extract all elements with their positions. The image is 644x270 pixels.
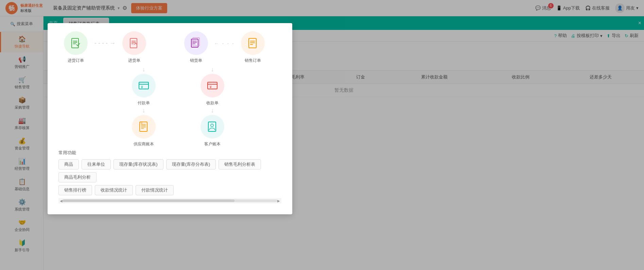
sales-bill-icon [190, 37, 202, 49]
sales-bill-label: 销货单 [190, 58, 202, 64]
receipt-circle: ¥ [201, 74, 224, 97]
flow-node-payment[interactable]: ¥ 付款单 [132, 74, 156, 106]
btn-stock-dist[interactable]: 现存量(库存分布表) [166, 159, 216, 169]
btn-payment-stats[interactable]: 付款情况统计 [136, 185, 174, 195]
purchase-order-circle [64, 31, 88, 55]
flow-top-row: 进货订单 - - - - → 进货单 [58, 31, 281, 64]
supplier-account-circle: ≡ [132, 115, 156, 139]
flow-node-receipt[interactable]: ¥ 收款单 [201, 74, 224, 106]
modal-scrollbar[interactable]: ◀ ▶ [58, 198, 281, 203]
flow-node-customer-account[interactable]: 客户账本 [201, 115, 224, 147]
receipt-label: 收款单 [206, 100, 219, 106]
btn-sales-margin[interactable]: 销售毛利分析表 [219, 159, 261, 169]
supplier-account-label: 供应商账本 [134, 141, 154, 147]
sales-order-circle [241, 31, 265, 55]
customer-account-circle [201, 115, 224, 139]
common-functions-title: 常用功能 [58, 150, 281, 156]
supplier-account-icon: ≡ [138, 121, 150, 133]
purchase-order-icon [70, 37, 82, 49]
svg-text:¥: ¥ [141, 85, 143, 89]
flow-modal: 进货订单 - - - - → 进货单 [48, 23, 292, 214]
purchase-order-label: 进货订单 [68, 58, 84, 64]
svg-rect-17 [139, 82, 149, 89]
flow-node-purchase-order[interactable]: 进货订单 [64, 31, 88, 64]
flow-node-sales-bill[interactable]: 销货单 [184, 31, 208, 64]
flow-node-sales-order[interactable]: 销售订单 [241, 31, 265, 64]
arrow-h2: ← - - - [214, 41, 235, 54]
common-functions-section: 常用功能 商品 往来单位 现存量(库存状况表) 现存量(库存分布表) 销售毛利分… [58, 150, 281, 195]
svg-point-30 [211, 124, 213, 127]
flow-node-purchase-bill[interactable]: 进货单 [122, 31, 146, 64]
svg-text:¥: ¥ [209, 85, 212, 89]
flow-pair-receipt: ↓ ¥ 收款单 ↓ [195, 65, 230, 147]
purchase-bill-icon [128, 37, 140, 49]
flow-middle-section: ↓ ¥ 付款单 ↓ [58, 65, 281, 147]
flow-pair-spacer [161, 65, 195, 147]
arrow-v2: ↓ [211, 65, 214, 74]
flow-pair-payment: ↓ ¥ 付款单 ↓ [126, 65, 161, 147]
flow-node-supplier-account[interactable]: ≡ 供应商账本 [132, 115, 156, 147]
sales-order-icon [247, 37, 259, 49]
sales-bill-circle [184, 31, 208, 55]
btn-product[interactable]: 商品 [58, 159, 79, 169]
svg-rect-26 [208, 82, 217, 89]
purchase-bill-circle [122, 31, 146, 55]
arrow-v4: ↓ [211, 106, 214, 115]
common-buttons-row2: 销售排行榜 收款情况统计 付款情况统计 [58, 185, 281, 195]
customer-account-label: 客户账本 [204, 141, 221, 147]
sales-order-label: 销售订单 [245, 58, 261, 64]
payment-circle: ¥ [132, 74, 156, 97]
arrow-v3: ↓ [142, 106, 145, 115]
scroll-left-icon[interactable]: ◀ [60, 199, 63, 203]
btn-receipt-stats[interactable]: 收款情况统计 [95, 185, 133, 195]
arrow-v1: ↓ [142, 65, 145, 74]
btn-product-margin[interactable]: 商品毛利分析 [58, 172, 97, 182]
receipt-icon: ¥ [206, 79, 219, 92]
arrow-h1: - - - - → [94, 40, 116, 55]
purchase-bill-label: 进货单 [128, 58, 140, 64]
btn-stock-status[interactable]: 现存量(库存状况表) [114, 159, 163, 169]
customer-account-icon [206, 121, 219, 133]
scrollbar-thumb[interactable] [63, 199, 234, 202]
svg-text:≡: ≡ [141, 122, 142, 125]
btn-sales-ranking[interactable]: 销售排行榜 [58, 185, 92, 195]
payment-icon: ¥ [138, 79, 150, 92]
btn-counterparty[interactable]: 往来单位 [82, 159, 111, 169]
payment-label: 付款单 [138, 100, 150, 106]
scroll-right-icon[interactable]: ▶ [277, 199, 280, 203]
common-buttons-row1: 商品 往来单位 现存量(库存状况表) 现存量(库存分布表) 销售毛利分析表 商品… [58, 159, 281, 182]
scrollbar-track [63, 199, 277, 202]
svg-rect-0 [72, 38, 79, 48]
